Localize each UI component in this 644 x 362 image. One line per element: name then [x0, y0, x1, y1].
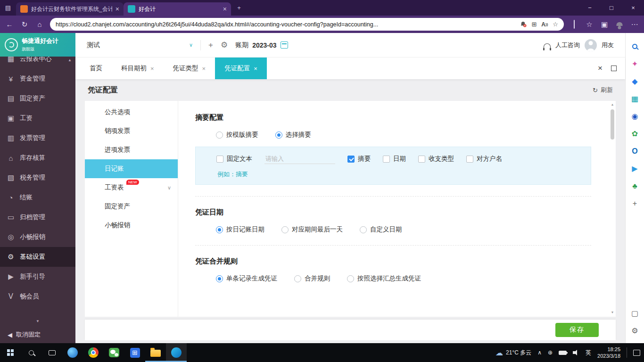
scrollbar-thumb[interactable]	[611, 109, 614, 140]
games-icon[interactable]: ♣	[626, 177, 644, 195]
sidebar-item-inventory[interactable]: ⌂库存核算	[0, 148, 75, 168]
more-menu-icon[interactable]: ⋯	[630, 20, 639, 29]
radio-summarize[interactable]: 按照选择汇总生成凭证	[347, 274, 421, 283]
browser-tab-2[interactable]: 好会计 ×	[124, 2, 231, 16]
content-scrollbar[interactable]: ▲ ▼	[610, 103, 615, 314]
split-screen-icon[interactable]	[570, 20, 579, 28]
sidebar-item-invoices[interactable]: ▥发票管理	[0, 128, 75, 148]
task-view-button[interactable]	[41, 343, 62, 362]
sidebar-search-button[interactable]	[626, 38, 644, 55]
radio-merge-rule[interactable]: 合并规则	[294, 274, 330, 283]
url-text[interactable]: https://cloud2.chanjet.com/accounting/uh…	[56, 21, 515, 28]
pinned-app-chrome[interactable]	[83, 343, 104, 362]
sidebar-item-archive[interactable]: ▭归档管理	[0, 207, 75, 227]
menu-fixed-assets[interactable]: 固定资产	[85, 197, 178, 216]
tab2-close-icon[interactable]: ×	[223, 5, 227, 13]
radio-template-summary[interactable]: 按模版摘要	[216, 131, 258, 139]
pinned-app-grid[interactable]: ⊞	[124, 343, 145, 362]
clock[interactable]: 18:25 2023/3/18	[597, 346, 620, 360]
scroll-up-icon[interactable]: ▲	[68, 58, 72, 62]
user-name[interactable]: 用友	[602, 41, 614, 49]
fixed-text-input[interactable]	[264, 154, 335, 164]
close-window-button[interactable]: ×	[622, 0, 644, 16]
weather-widget[interactable]: ☁ 21°C 多云	[495, 348, 531, 357]
scrollbar-up-icon[interactable]: ▲	[610, 103, 615, 106]
taskbar-search-button[interactable]	[21, 343, 41, 362]
sidebar-panel-icon[interactable]: ▢	[626, 304, 644, 322]
tab-voucher-type[interactable]: 凭证类型×	[164, 58, 215, 79]
back-button[interactable]: ←	[5, 20, 14, 28]
menu-sales-invoice[interactable]: 销项发票	[85, 122, 178, 140]
sidebar-item-membership[interactable]: Ⅴ畅会员	[0, 287, 75, 306]
pinned-app-wechat[interactable]	[104, 343, 124, 362]
collections-icon[interactable]: ▣	[600, 20, 609, 29]
checkbox-summary[interactable]: 摘要	[347, 155, 371, 163]
sidebar-item-fixed-assets[interactable]: ▤固定资产	[0, 89, 75, 108]
scroll-down-icon[interactable]: ▼	[0, 319, 75, 326]
battery-icon[interactable]	[559, 351, 567, 355]
menu-cash-journal[interactable]: 日记账	[85, 159, 178, 178]
pinned-app-blue[interactable]	[62, 343, 83, 362]
checkbox-fixed-text[interactable]: 固定文本	[216, 155, 252, 163]
fullscreen-icon[interactable]	[611, 66, 617, 71]
tab-close-icon[interactable]: ×	[202, 65, 206, 72]
close-all-tabs-icon[interactable]: ×	[598, 64, 603, 73]
sidebar-settings-icon[interactable]: ⚙	[626, 322, 644, 339]
radio-custom-date[interactable]: 自定义日期	[360, 225, 402, 234]
add-favorite-icon[interactable]: ☆	[553, 21, 558, 28]
tools-grid-icon[interactable]: ▦	[626, 90, 644, 107]
outlook-icon[interactable]: O	[626, 142, 644, 160]
browser-tab-1[interactable]: 好会计云财务软件管理系统_会计 ×	[16, 2, 124, 16]
refresh-button[interactable]: ↻ 刷新	[593, 86, 613, 94]
maximize-button[interactable]: □	[601, 0, 622, 16]
user-avatar[interactable]	[585, 39, 597, 51]
drive-icon[interactable]: ◆	[626, 73, 644, 90]
checkbox-income-type[interactable]: 收支类型	[418, 155, 454, 163]
edge-browser-button[interactable]	[166, 343, 187, 362]
file-explorer-button[interactable]	[145, 343, 166, 362]
scrollbar-down-icon[interactable]: ▼	[610, 311, 615, 314]
hidden-icons-chevron[interactable]: ∧	[537, 349, 542, 356]
sidebar-item-funds[interactable]: ¥资金管理	[0, 69, 75, 89]
save-button[interactable]: 保存	[555, 323, 599, 337]
support-link[interactable]: 人工咨询	[555, 41, 580, 49]
radio-journal-date[interactable]: 按日记账日期	[216, 225, 264, 234]
tab-home[interactable]: 首页	[80, 58, 112, 79]
tab1-close-icon[interactable]: ×	[116, 5, 119, 13]
network-icon[interactable]: ⊕	[548, 349, 553, 356]
contacts-icon[interactable]: ◉	[626, 107, 644, 125]
minimize-button[interactable]: −	[579, 0, 601, 16]
sidebar-item-settings[interactable]: ⚙基础设置	[0, 247, 75, 267]
menu-common-options[interactable]: 公共选项	[85, 103, 178, 122]
sidebar-item-payroll[interactable]: ▣工资	[0, 108, 75, 128]
start-button[interactable]	[0, 343, 21, 362]
wellness-icon[interactable]: ✿	[626, 125, 644, 142]
reload-button[interactable]: ↻	[20, 20, 29, 29]
checkbox-date[interactable]: 日期	[383, 155, 406, 163]
tab-voucher-config[interactable]: 凭证配置×	[215, 58, 267, 79]
add-account-icon[interactable]: +	[208, 41, 213, 50]
period-picker[interactable]: 账期 2023-03	[235, 41, 288, 49]
tab-opening-balance[interactable]: 科目期初×	[112, 58, 164, 79]
notifications-blocked-icon[interactable]	[520, 21, 527, 28]
radio-select-summary[interactable]: 选择摘要	[275, 131, 311, 139]
action-center-button[interactable]	[633, 350, 640, 356]
tab-list-button[interactable]: ▤	[0, 0, 16, 16]
home-button[interactable]: ⌂	[35, 20, 44, 28]
sidebar-item-tax[interactable]: ▧税务管理	[0, 168, 75, 188]
sidebar-item-cloud-reports[interactable]: ▦云报表中心	[0, 57, 75, 69]
menu-expense[interactable]: 小畅报销	[85, 216, 178, 235]
account-select[interactable]: 测试 ∨	[87, 41, 193, 49]
sidebar-item-guide[interactable]: ▶新手引导	[0, 267, 75, 287]
menu-payroll-sheet[interactable]: 工资表 NEW ∨	[85, 178, 178, 197]
ime-indicator[interactable]: 英	[586, 349, 591, 357]
tab-close-icon[interactable]: ×	[254, 65, 257, 72]
sidebar-item-closing[interactable]: ◔结账	[0, 188, 75, 207]
radio-single-record[interactable]: 单条记录生成凭证	[216, 274, 277, 283]
new-tab-button[interactable]: +	[231, 0, 247, 16]
read-aloud-icon[interactable]: A	[541, 21, 548, 28]
menu-purchase-invoice[interactable]: 进项发票	[85, 140, 178, 159]
apps-grid-icon[interactable]: ⊞	[531, 21, 537, 28]
volume-icon[interactable]	[573, 350, 579, 355]
add-sidebar-app-icon[interactable]: +	[626, 195, 644, 212]
